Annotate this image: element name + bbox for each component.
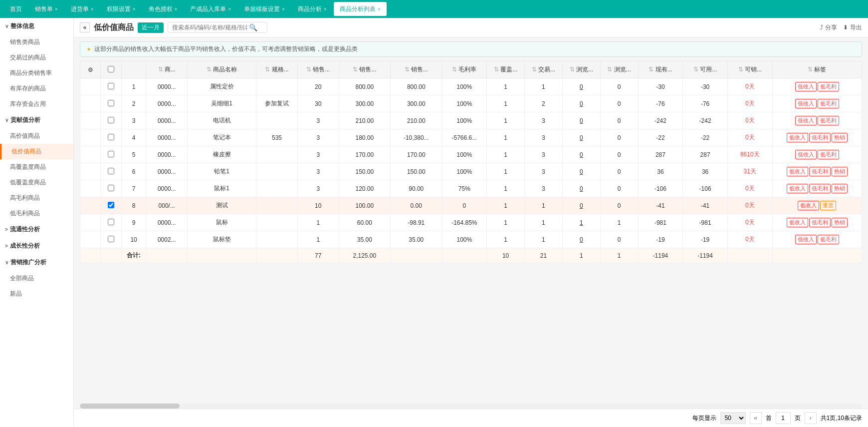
close-icon[interactable]: × bbox=[175, 6, 178, 12]
col-num-header bbox=[121, 61, 146, 78]
nav-product-analysis-list[interactable]: 商品分析列表 × bbox=[334, 2, 387, 16]
close-icon[interactable]: × bbox=[55, 6, 58, 12]
close-icon[interactable]: × bbox=[228, 6, 231, 12]
close-icon[interactable]: × bbox=[133, 6, 136, 12]
nav-product-storage[interactable]: 产成品入库单 × bbox=[184, 2, 237, 16]
sidebar-item-high-value[interactable]: 高价值商品 bbox=[0, 128, 73, 144]
sidebar-group-contribution[interactable]: ∨ 贡献值分析 bbox=[0, 112, 73, 128]
total-sell-days bbox=[727, 248, 772, 263]
period-button[interactable]: 近一月 bbox=[138, 22, 164, 33]
row-checkbox[interactable] bbox=[108, 83, 114, 89]
col-sell-days-header: ⇅ 可销... bbox=[727, 61, 772, 78]
total-browse1: 1 bbox=[562, 248, 600, 263]
row-avail-stock: -106 bbox=[683, 180, 728, 197]
nav-template-settings[interactable]: 单据模板设置 × bbox=[238, 2, 291, 16]
browse-link[interactable]: 0 bbox=[580, 134, 583, 141]
row-checkbox[interactable] bbox=[108, 100, 114, 106]
row-tags: 低收入低毛利热销 bbox=[772, 163, 862, 180]
chevron-down-icon: ∨ bbox=[5, 260, 8, 265]
browse-link[interactable]: 0 bbox=[580, 117, 583, 124]
scrollbar-thumb[interactable] bbox=[80, 404, 180, 409]
row-gross: 100% bbox=[442, 95, 487, 112]
sidebar-item-sales-products[interactable]: 销售类商品 bbox=[0, 34, 73, 50]
close-icon[interactable]: × bbox=[324, 6, 327, 12]
sidebar-group-circulation[interactable]: > 流通性分析 bbox=[0, 221, 73, 238]
browse-link[interactable]: 0 bbox=[580, 185, 583, 192]
row-browse1: 0 bbox=[562, 197, 600, 214]
row-checkbox[interactable] bbox=[108, 117, 114, 123]
sidebar-item-category-sales-rate[interactable]: 商品分类销售率 bbox=[0, 65, 73, 81]
nav-home[interactable]: 首页 bbox=[4, 2, 28, 16]
total-info: 共1页,10条记录 bbox=[821, 414, 862, 423]
close-icon[interactable]: × bbox=[282, 6, 285, 12]
select-all-checkbox[interactable] bbox=[108, 66, 114, 72]
sidebar-group-overall[interactable]: ∨ 整体信息 bbox=[0, 18, 73, 34]
close-icon[interactable]: × bbox=[378, 6, 381, 12]
search-icon[interactable]: 🔍 bbox=[249, 23, 257, 31]
sort-icon: ⇅ bbox=[207, 66, 212, 73]
browse-link[interactable]: 0 bbox=[580, 83, 583, 90]
share-button[interactable]: ⤴ 分享 bbox=[820, 23, 837, 32]
row-sale-amount: 170.00 bbox=[391, 146, 442, 163]
page-label: 首 bbox=[766, 414, 772, 423]
col-cur-stock-header: ⇅ 现有... bbox=[638, 61, 683, 78]
close-icon[interactable]: × bbox=[91, 6, 94, 12]
sidebar-item-high-margin[interactable]: 高毛利商品 bbox=[0, 190, 73, 206]
row-num: 4 bbox=[121, 129, 146, 146]
row-checkbox[interactable] bbox=[108, 151, 114, 157]
nav-product-analysis[interactable]: 商品分析 × bbox=[292, 2, 333, 16]
sidebar-item-high-coverage[interactable]: 高覆盖度商品 bbox=[0, 159, 73, 175]
page-number-input[interactable] bbox=[776, 412, 791, 424]
browse-link[interactable]: 0 bbox=[580, 168, 583, 175]
browse-link[interactable]: 0 bbox=[580, 202, 583, 209]
row-browse2: 0 bbox=[600, 197, 638, 214]
sidebar-item-stock-products[interactable]: 有库存的商品 bbox=[0, 81, 73, 96]
row-checkbox[interactable] bbox=[108, 134, 114, 140]
row-checkbox[interactable] bbox=[108, 219, 114, 225]
per-page-select[interactable]: 50 100 bbox=[720, 412, 746, 424]
row-spec bbox=[256, 231, 298, 248]
table-row: 1 0000... 属性定价 20 800.00 800.00 100% 1 1… bbox=[80, 78, 862, 95]
browse-link[interactable]: 0 bbox=[580, 236, 583, 243]
row-spec bbox=[256, 214, 298, 231]
row-browse1: 0 bbox=[562, 129, 600, 146]
sidebar-item-low-value[interactable]: 低价值商品 bbox=[0, 144, 73, 159]
sidebar-item-inventory-capital[interactable]: 库存资金占用 bbox=[0, 96, 73, 112]
nav-purchase[interactable]: 进货单 × bbox=[65, 2, 100, 16]
nav-permissions[interactable]: 权限设置 × bbox=[101, 2, 142, 16]
horizontal-scrollbar[interactable] bbox=[80, 404, 862, 409]
browse-link[interactable]: 0 bbox=[580, 151, 583, 158]
browse-link[interactable]: 0 bbox=[580, 100, 583, 107]
search-input[interactable] bbox=[172, 24, 247, 31]
sidebar-item-traded-products[interactable]: 交易过的商品 bbox=[0, 50, 73, 65]
sidebar-item-low-coverage[interactable]: 低覆盖度商品 bbox=[0, 175, 73, 190]
col-settings[interactable]: ⚙ bbox=[80, 61, 101, 78]
row-gross: 100% bbox=[442, 146, 487, 163]
sidebar-collapse-button[interactable]: « bbox=[80, 22, 90, 32]
row-code: 0000... bbox=[146, 78, 188, 95]
sidebar-item-all-products[interactable]: 全部商品 bbox=[0, 271, 73, 286]
export-button[interactable]: ⬇ 导出 bbox=[843, 23, 862, 32]
row-checkbox[interactable] bbox=[108, 185, 114, 191]
row-sell-days: 0天 bbox=[727, 95, 772, 112]
sort-icon: ⇅ bbox=[808, 66, 813, 73]
browse-link[interactable]: 1 bbox=[580, 219, 583, 226]
top-navigation: 首页 销售单 × 进货单 × 权限设置 × 角色授权 × 产成品入库单 × 单据… bbox=[0, 0, 868, 18]
sidebar-group-marketing[interactable]: ∨ 营销推广分析 bbox=[0, 254, 73, 271]
next-page-button[interactable]: › bbox=[805, 412, 817, 424]
row-checkbox[interactable] bbox=[108, 202, 114, 208]
sort-icon: ⇅ bbox=[649, 66, 653, 73]
nav-sales[interactable]: 销售单 × bbox=[29, 2, 64, 16]
row-checkbox[interactable] bbox=[108, 168, 114, 174]
row-cover: 1 bbox=[487, 78, 525, 95]
sidebar-item-low-margin[interactable]: 低毛利商品 bbox=[0, 206, 73, 221]
sort-icon: ⇅ bbox=[693, 66, 698, 73]
row-checkbox[interactable] bbox=[108, 236, 114, 242]
row-sale-amount: 300.00 bbox=[391, 95, 442, 112]
sidebar-group-growth[interactable]: > 成长性分析 bbox=[0, 238, 73, 254]
table-row: 6 0000... 铅笔1 3 150.00 150.00 100% 1 3 0… bbox=[80, 163, 862, 180]
first-page-button[interactable]: « bbox=[750, 412, 762, 424]
nav-role-auth[interactable]: 角色授权 × bbox=[143, 2, 184, 16]
row-name: 测试 bbox=[188, 197, 256, 214]
sidebar-item-new-products[interactable]: 新品 bbox=[0, 286, 73, 302]
